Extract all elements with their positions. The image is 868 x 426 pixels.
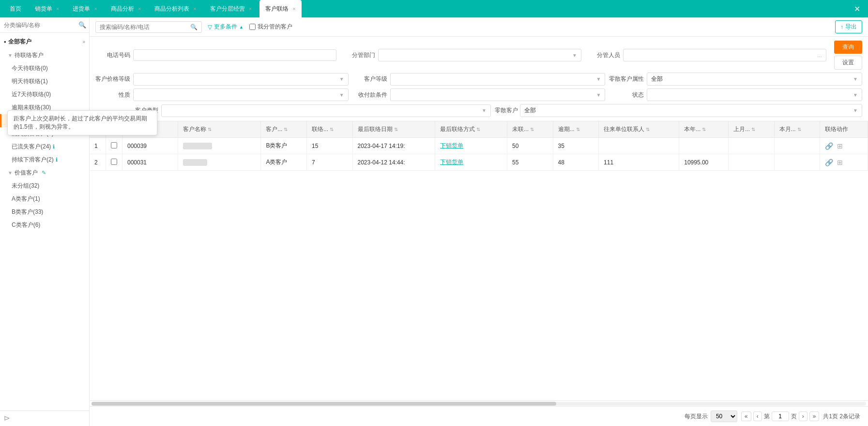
nature-select[interactable]: ▼: [133, 88, 349, 101]
sidebar-ungrouped[interactable]: 未分组(32): [0, 179, 89, 192]
sidebar-7day-contact[interactable]: 近7天待联络(0): [0, 88, 89, 101]
retail-customer-select[interactable]: 全部 ▼: [520, 104, 862, 117]
all-customers-header[interactable]: ▪ 全部客户 »: [0, 35, 89, 49]
sidebar-expand-icon[interactable]: ⊲: [4, 414, 10, 423]
nav-product-analysis-list[interactable]: 商品分析列表 ×: [149, 0, 202, 17]
payment-label: 收付款条件: [352, 91, 387, 99]
col-customer-name[interactable]: 客户名称⇅: [178, 121, 261, 138]
nav-customer-contact[interactable]: 客户联络 ×: [259, 0, 301, 17]
filter-row-3: 性质 ▼ 收付款条件 ▼ 状态: [95, 88, 862, 101]
row2-last-method[interactable]: 下销货单: [435, 154, 507, 171]
manager-field: 分管人员 …: [585, 49, 826, 61]
col-last-date[interactable]: 最后联络日期⇅: [352, 121, 435, 138]
close-sales-order[interactable]: ×: [56, 6, 59, 12]
sidebar-content: ▪ 全部客户 » ▼ 待联络客户 今天待联络(0) 明天待联络(1) 近7天待联…: [0, 33, 89, 411]
value-edit-icon[interactable]: ✎: [42, 170, 46, 176]
total-records-label: 共1页 2条记录: [823, 412, 860, 421]
sidebar-a-customers[interactable]: A类客户(1): [0, 192, 89, 206]
page-number-input[interactable]: [772, 411, 789, 421]
close-purchase-order[interactable]: ×: [94, 6, 97, 12]
row1-overdue: 35: [553, 138, 599, 154]
next-page-btn[interactable]: ›: [799, 411, 807, 421]
nav-purchase-order[interactable]: 进货单 ×: [67, 0, 103, 17]
row2-seq: 2: [90, 154, 106, 171]
status-select[interactable]: ▼: [647, 88, 862, 101]
sort-date-icon: ⇅: [394, 127, 398, 132]
row1-seq: 1: [90, 138, 106, 154]
sidebar-b-customers[interactable]: B类客户(33): [0, 206, 89, 219]
price-grade-select[interactable]: ▼: [133, 73, 349, 86]
category-search-input[interactable]: [4, 22, 76, 29]
row2-link-icon[interactable]: 🔗: [825, 159, 833, 166]
manager-select[interactable]: …: [623, 49, 826, 61]
settings-button[interactable]: 设置: [834, 56, 862, 70]
row1-method-link[interactable]: 下销货单: [440, 142, 463, 149]
col-this-month[interactable]: 本月...⇅: [774, 121, 820, 138]
query-button[interactable]: 查询: [834, 41, 862, 54]
row2-overdue: 48: [553, 154, 599, 171]
manager-arrow-icon: …: [817, 53, 822, 58]
row2-method-link[interactable]: 下销货单: [440, 159, 463, 165]
value-customer-group[interactable]: ▼ 价值客户 ✎: [0, 166, 89, 179]
customer-type-select[interactable]: ▼: [161, 104, 491, 117]
nav-product-analysis[interactable]: 商品分析 ×: [105, 0, 147, 17]
sidebar-churned[interactable]: 已流失客户(24) ℹ: [0, 140, 89, 153]
more-conditions-btn[interactable]: ▽ 更多条件 ▲: [208, 23, 244, 31]
retail-attr-select[interactable]: 全部 ▼: [647, 73, 862, 86]
col-this-year[interactable]: 本年...⇅: [679, 121, 729, 138]
nature-field: 性质 ▼: [95, 88, 349, 101]
col-last-method[interactable]: 最后联络方式⇅: [435, 121, 507, 138]
close-product-analysis[interactable]: ×: [138, 6, 141, 12]
pending-contact-group[interactable]: ▼ 待联络客户: [0, 49, 89, 62]
category-search-icon[interactable]: 🔍: [78, 21, 86, 29]
nav-sales-order[interactable]: 销货单 ×: [29, 0, 65, 17]
phone-input[interactable]: [133, 49, 336, 61]
row2-select[interactable]: [111, 159, 117, 165]
close-customer-contact[interactable]: ×: [292, 6, 295, 12]
close-customer-tier[interactable]: ×: [249, 6, 252, 12]
nature-label: 性质: [95, 91, 130, 99]
row2-grid-icon[interactable]: ⊞: [837, 159, 843, 166]
first-page-btn[interactable]: «: [741, 411, 751, 421]
horizontal-scrollbar[interactable]: [90, 400, 868, 406]
close-product-analysis-list[interactable]: ×: [193, 6, 196, 12]
main-search-icon[interactable]: 🔍: [190, 24, 198, 30]
prev-page-btn[interactable]: ‹: [753, 411, 762, 421]
nav-home[interactable]: 首页: [4, 0, 27, 17]
filter-icon: ▽: [208, 24, 212, 30]
row1-grid-icon[interactable]: ⊞: [837, 142, 843, 150]
price-grade-field: 客户价格等级 ▼: [95, 73, 349, 86]
payment-select[interactable]: ▼: [390, 88, 606, 101]
col-company-contact[interactable]: 往来单位联系人⇅: [599, 121, 679, 138]
nav-customer-tier[interactable]: 客户分层经营 ×: [204, 0, 258, 17]
phone-field: 电话号码: [95, 49, 336, 61]
row1-last-method[interactable]: 下销货单: [435, 138, 507, 154]
payment-field: 收付款条件 ▼: [352, 88, 606, 101]
my-customers-filter[interactable]: 我分管的客户: [249, 23, 292, 31]
col-overdue[interactable]: 逾期...⇅: [553, 121, 599, 138]
row2-name-blurred: [183, 159, 207, 166]
per-page-select[interactable]: 50 20 100: [711, 411, 737, 422]
row1-select[interactable]: [111, 142, 117, 148]
scrollbar-track[interactable]: [91, 402, 866, 406]
my-customers-checkbox[interactable]: [249, 24, 256, 30]
export-button[interactable]: ↑ 导出: [835, 20, 862, 33]
col-customer-type[interactable]: 客户...⇅: [261, 121, 307, 138]
sidebar-today-contact[interactable]: 今天待联络(0): [0, 62, 89, 75]
row1-link-icon[interactable]: 🔗: [825, 142, 833, 150]
customer-grade-label: 客户等级: [352, 75, 387, 83]
col-contact-count[interactable]: 联络...⇅: [306, 121, 352, 138]
last-page-btn[interactable]: »: [809, 411, 820, 421]
scrollbar-thumb[interactable]: [91, 402, 556, 406]
sidebar-declining[interactable]: 持续下滑客户(2) ℹ: [0, 153, 89, 166]
col-uncontacted[interactable]: 未联...⇅: [507, 121, 553, 138]
department-select[interactable]: ▼: [378, 49, 581, 61]
customer-grade-select[interactable]: ▼: [390, 73, 606, 86]
sidebar-tomorrow-contact[interactable]: 明天待联络(1): [0, 75, 89, 88]
row2-name: [178, 154, 261, 171]
nature-arrow-icon: ▼: [339, 92, 344, 98]
window-close-button[interactable]: ✕: [850, 4, 864, 14]
sidebar-c-customers[interactable]: C类客户(6): [0, 219, 89, 232]
main-search-input[interactable]: [100, 24, 187, 30]
col-last-month[interactable]: 上月...⇅: [729, 121, 775, 138]
